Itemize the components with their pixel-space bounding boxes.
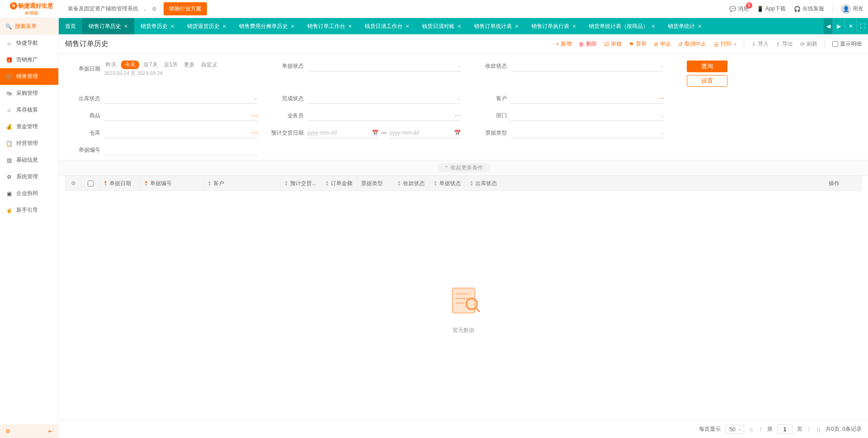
close-icon[interactable]: ✕: [405, 23, 409, 29]
user-menu[interactable]: 👤 用友: [841, 4, 863, 14]
sidebar-item[interactable]: ▤基础信息: [0, 152, 58, 168]
app-download-button[interactable]: 📱 App下载: [757, 5, 786, 13]
config-button[interactable]: 设置: [687, 75, 727, 87]
refresh-button[interactable]: ⟳刷新: [800, 40, 817, 48]
no-input[interactable]: [104, 144, 258, 155]
tab[interactable]: 首页: [59, 18, 82, 34]
select-all-checkbox[interactable]: [82, 176, 100, 191]
date-pill[interactable]: 昨天: [104, 61, 118, 69]
sidebar-item[interactable]: ⌂库存核算: [0, 102, 58, 118]
print-button[interactable]: 🖨打印▾: [713, 40, 737, 48]
system-select[interactable]: 装备及固定资产辅助管理系统 ⌄ ⚙: [68, 5, 157, 13]
dept-select[interactable]: ⌄: [511, 110, 664, 121]
close-icon[interactable]: ✕: [698, 23, 702, 29]
col-no[interactable]: ▲▼单据编号: [141, 176, 204, 191]
industry-button[interactable]: 体验行业方案: [164, 2, 207, 15]
tab[interactable]: 钱货日清工作台✕: [358, 18, 416, 34]
collapse-bar[interactable]: ⌃收起更多条件: [59, 160, 868, 176]
discard-button[interactable]: ⚑弃审: [629, 40, 647, 48]
tab[interactable]: 销售订单执行表✕: [525, 18, 582, 34]
last-page-button[interactable]: ⟩|: [816, 426, 821, 433]
sidebar-item[interactable]: 💰资金管理: [0, 118, 58, 135]
tab[interactable]: 销货单统计✕: [662, 18, 708, 34]
prev-page-button[interactable]: ⟨: [759, 426, 763, 433]
tab-fullscreen[interactable]: ⛶: [856, 18, 868, 34]
sidebar-item[interactable]: ▣企业协同: [0, 185, 58, 202]
audit-button[interactable]: ☑审核: [604, 40, 622, 48]
close-icon[interactable]: ✕: [291, 23, 295, 29]
settings-icon[interactable]: ⚙: [5, 428, 10, 434]
close-icon[interactable]: ✕: [124, 23, 128, 29]
tab[interactable]: 销货退货历史✕: [181, 18, 233, 34]
col-customer[interactable]: ▲▼客户: [204, 176, 281, 191]
stop-button[interactable]: ⊘中止: [654, 40, 671, 48]
tab[interactable]: 销货单历史✕: [134, 18, 181, 34]
close-icon[interactable]: ✕: [348, 23, 352, 29]
goods-picker[interactable]: ⋯: [104, 110, 258, 121]
collapse-sidebar-icon[interactable]: ⇤: [48, 428, 53, 434]
pay-select[interactable]: ⌄: [511, 61, 664, 71]
sidebar-item[interactable]: 📋经营管理: [0, 135, 58, 152]
tab[interactable]: 销售订单历史✕: [82, 18, 134, 34]
unstop-button[interactable]: ↺取消中止: [678, 40, 706, 48]
col-out[interactable]: ▲▼出库状态: [466, 176, 825, 191]
col-date[interactable]: ▲▼单据日期: [100, 176, 141, 191]
tab-scroll-left[interactable]: ◀: [824, 18, 833, 34]
warehouse-picker[interactable]: ⋯: [104, 127, 258, 138]
close-icon[interactable]: ✕: [222, 23, 226, 29]
sidebar-item[interactable]: 🎁营销推广: [0, 51, 58, 68]
sidebar-footer: ⚙ ⇤: [0, 424, 58, 438]
online-service-button[interactable]: 🎧 在线客服: [794, 5, 824, 13]
inv-select[interactable]: ⌄: [511, 127, 664, 138]
tab[interactable]: 钱货日清对账✕: [416, 18, 468, 34]
search-button[interactable]: 查询: [687, 61, 727, 72]
biz-picker[interactable]: ⋯: [307, 110, 461, 121]
close-icon[interactable]: ✕: [572, 23, 576, 29]
gear-icon[interactable]: ⚙: [152, 6, 157, 12]
show-detail-checkbox[interactable]: 显示明细: [832, 40, 862, 48]
sidebar-item[interactable]: ⌂快捷导航: [0, 35, 58, 51]
col-type[interactable]: 票据类型: [357, 176, 394, 191]
date-pill[interactable]: 今天: [121, 61, 139, 69]
date-label: 单据日期: [68, 65, 104, 73]
finish-select[interactable]: ⌄: [307, 93, 461, 104]
customer-picker[interactable]: ⋯: [511, 93, 664, 104]
col-amount[interactable]: ▲▼订单金额: [321, 176, 357, 191]
close-icon[interactable]: ✕: [651, 23, 655, 29]
export-button[interactable]: ⇧导出: [776, 40, 793, 48]
close-icon[interactable]: ✕: [170, 23, 174, 29]
date-pill[interactable]: 近1月: [162, 61, 180, 69]
first-page-button[interactable]: |⟨: [749, 426, 754, 433]
page-input[interactable]: [777, 424, 793, 434]
sidebar-item[interactable]: 🛒销售管理: [0, 68, 58, 85]
sidebar-item[interactable]: ⚙系统管理: [0, 168, 58, 185]
next-page-button[interactable]: ⟩: [807, 426, 811, 433]
messages-button[interactable]: 💬 消息 6: [729, 5, 749, 13]
col-bill[interactable]: ▲▼单据状态: [430, 176, 466, 191]
close-icon[interactable]: ✕: [457, 23, 461, 29]
date-pill[interactable]: 自定义: [199, 61, 219, 69]
col-pay[interactable]: ▲▼收款状态: [394, 176, 430, 191]
page-size-select[interactable]: 50: [725, 425, 744, 434]
deliver-to-input[interactable]: yyyy-mm-dd📅: [389, 127, 461, 138]
tab[interactable]: 销货单统计表（按商品）✕: [582, 18, 662, 34]
deliver-from-input[interactable]: yyyy-mm-dd📅: [307, 127, 379, 138]
date-pill[interactable]: 更多: [182, 61, 197, 69]
tab[interactable]: 销售订单工作台✕: [301, 18, 358, 34]
date-pill[interactable]: 近7天: [142, 61, 160, 69]
close-icon[interactable]: ✕: [515, 23, 519, 29]
tab-close-all[interactable]: ✕: [845, 18, 856, 34]
search-menu[interactable]: 🔍 搜索菜单: [0, 18, 58, 35]
sidebar-item[interactable]: ☝新手引导: [0, 202, 58, 219]
add-button[interactable]: +新增: [556, 40, 572, 48]
delete-button[interactable]: 🗑删除: [579, 40, 597, 48]
col-deliver[interactable]: ▲▼预计交货...: [281, 176, 321, 191]
tab[interactable]: 销售费用分摊单历史✕: [233, 18, 301, 34]
status-select[interactable]: ⌄: [307, 61, 461, 71]
tab[interactable]: 销售订单统计表✕: [468, 18, 525, 34]
tab-scroll-right[interactable]: ▶: [833, 18, 845, 34]
out-select[interactable]: ⌄: [104, 93, 258, 104]
import-button[interactable]: ⇩导入: [751, 40, 769, 48]
sidebar-item[interactable]: 🛍采购管理: [0, 85, 58, 102]
column-config-icon[interactable]: ⚙: [66, 176, 82, 191]
